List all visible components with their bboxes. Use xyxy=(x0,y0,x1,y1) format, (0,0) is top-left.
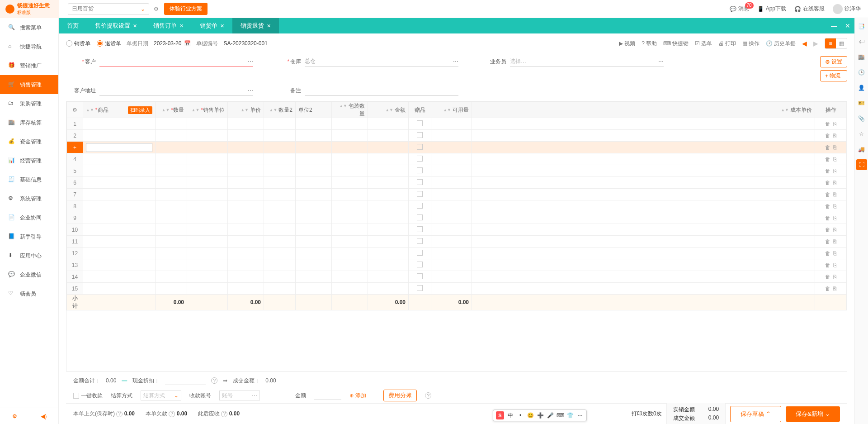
rail-icon[interactable]: 📎 xyxy=(856,113,867,124)
copy-icon[interactable]: ⎘ xyxy=(833,156,836,162)
messages-link[interactable]: 💬 消息 70 xyxy=(730,5,749,13)
sidebar-item[interactable]: ⬇应用中心 xyxy=(0,246,58,265)
table-row[interactable]: 13 🗑⎘ xyxy=(67,259,847,271)
table-row[interactable]: 4 🗑⎘ xyxy=(67,153,847,165)
sidebar-collapse-button[interactable]: ◀) xyxy=(29,408,59,424)
delete-icon[interactable]: 🗑 xyxy=(825,215,830,221)
product-cell-input[interactable] xyxy=(86,143,152,152)
settings-button[interactable]: ⚙设置 xyxy=(820,56,847,67)
date-value[interactable]: 2023-03-20 xyxy=(154,40,181,47)
delete-icon[interactable]: 🗑 xyxy=(825,262,830,268)
ime-icon[interactable]: ➕ xyxy=(537,412,544,419)
radio-sales-order[interactable]: 销货单 xyxy=(66,40,90,48)
rail-icon[interactable]: 🏷 xyxy=(856,36,867,47)
sidebar-item[interactable]: 🏬库存核算 xyxy=(0,113,58,132)
amount-input[interactable] xyxy=(314,391,341,400)
tab[interactable]: 销货退货✕ xyxy=(232,18,279,33)
gift-checkbox[interactable] xyxy=(417,238,423,244)
add-link[interactable]: ⊕ 添加 xyxy=(349,392,366,400)
table-row[interactable]: 12 🗑⎘ xyxy=(67,248,847,259)
rail-icon[interactable]: 📑 xyxy=(856,21,867,32)
delete-icon[interactable]: 🗑 xyxy=(825,144,830,151)
copy-icon[interactable]: ⎘ xyxy=(833,144,836,151)
ime-icon[interactable]: 👕 xyxy=(566,412,574,419)
gift-checkbox[interactable] xyxy=(417,203,423,209)
table-row[interactable]: 14 🗑⎘ xyxy=(67,271,847,283)
sidebar-item[interactable]: 📄企业协同 xyxy=(0,208,58,227)
fee-allocation-button[interactable]: 费用分摊 xyxy=(383,390,417,401)
gift-checkbox[interactable] xyxy=(417,179,423,185)
gift-checkbox[interactable] xyxy=(417,262,423,267)
table-row[interactable]: 15 🗑⎘ xyxy=(67,283,847,295)
print-link[interactable]: 🖨打印 xyxy=(718,40,736,48)
table-row[interactable]: 8 🗑⎘ xyxy=(67,200,847,212)
rail-icon[interactable]: ⛶ xyxy=(856,159,867,170)
delete-icon[interactable]: 🗑 xyxy=(825,238,830,245)
close-icon[interactable]: ✕ xyxy=(133,23,137,29)
category-select[interactable]: 日用百货 ⌄ xyxy=(68,3,149,15)
copy-icon[interactable]: ⎘ xyxy=(833,215,836,221)
sidebar-item[interactable]: 🛒销售管理 xyxy=(0,75,58,94)
sidebar-gear-button[interactable]: ⚙ xyxy=(0,408,29,424)
app-download-link[interactable]: 📱 App下载 xyxy=(757,5,786,13)
ime-icon[interactable]: ⌨ xyxy=(557,412,564,419)
remark-input[interactable] xyxy=(305,85,458,96)
more-icon[interactable]: ⋯ xyxy=(658,58,664,65)
gift-checkbox[interactable] xyxy=(417,273,423,279)
rail-icon[interactable]: 👤 xyxy=(856,82,867,93)
gift-checkbox[interactable] xyxy=(417,120,423,126)
delete-icon[interactable]: 🗑 xyxy=(825,203,830,210)
radio-return-order[interactable]: 退货单 xyxy=(97,40,121,48)
delete-icon[interactable]: 🗑 xyxy=(825,156,830,162)
address-input[interactable]: ⋯ xyxy=(99,85,253,96)
table-row[interactable]: 10 🗑⎘ xyxy=(67,224,847,236)
copy-icon[interactable]: ⎘ xyxy=(833,180,836,186)
tab[interactable]: 销货单✕ xyxy=(192,18,232,33)
table-row[interactable]: 5 🗑⎘ xyxy=(67,165,847,177)
industry-plan-button[interactable]: 体验行业方案 xyxy=(164,3,208,15)
delete-icon[interactable]: 🗑 xyxy=(825,250,830,257)
gift-checkbox[interactable] xyxy=(417,156,423,162)
more-icon[interactable]: ⋯ xyxy=(248,58,253,65)
view-list-button[interactable]: ≡ xyxy=(825,38,836,48)
more-icon[interactable]: ⋯ xyxy=(453,58,458,65)
rail-icon[interactable]: 🏬 xyxy=(856,52,867,62)
customer-input[interactable]: ⋯ xyxy=(99,56,253,67)
sidebar-item[interactable]: 🧾基础信息 xyxy=(0,170,58,189)
account-select[interactable]: 账号⋯ xyxy=(219,391,260,400)
close-icon[interactable]: ✕ xyxy=(179,23,184,29)
sidebar-item[interactable]: 🎁营销推广 xyxy=(0,56,58,75)
gift-checkbox[interactable] xyxy=(417,191,423,197)
copy-icon[interactable]: ⎘ xyxy=(833,168,836,174)
select-link[interactable]: ☑选单 xyxy=(695,40,712,48)
copy-icon[interactable]: ⎘ xyxy=(833,203,836,210)
prev-doc-button[interactable]: ◀ xyxy=(802,40,807,47)
sidebar-item[interactable]: ⌂快捷导航 xyxy=(0,37,58,56)
ime-icon[interactable]: 🎤 xyxy=(547,412,554,419)
sidebar-item[interactable]: ♡畅会员 xyxy=(0,284,58,303)
plus-icon[interactable]: + xyxy=(71,144,79,151)
table-row[interactable]: + 🗑⎘ xyxy=(67,142,847,153)
gift-checkbox[interactable] xyxy=(417,285,423,291)
rail-icon[interactable]: ☆ xyxy=(856,129,867,139)
history-link[interactable]: 🕑历史单据 xyxy=(766,40,796,48)
view-card-button[interactable]: ▦ xyxy=(836,38,847,48)
rail-icon[interactable]: 🕒 xyxy=(856,67,867,78)
help-icon[interactable]: ? xyxy=(221,411,227,417)
gear-icon[interactable]: ⚙ xyxy=(72,107,77,113)
table-row[interactable]: 7 🗑⎘ xyxy=(67,189,847,200)
sidebar-item[interactable]: 💬企业微信 xyxy=(0,265,58,284)
video-link[interactable]: ▶视频 xyxy=(619,40,635,48)
next-doc-button[interactable]: ▶ xyxy=(813,40,818,47)
gift-checkbox[interactable] xyxy=(417,226,423,232)
delete-icon[interactable]: 🗑 xyxy=(825,286,830,292)
close-icon[interactable]: ✕ xyxy=(267,23,271,29)
scan-button[interactable]: 扫码录入 xyxy=(128,106,152,114)
sidebar-item[interactable]: ⚙系统管理 xyxy=(0,189,58,208)
logistics-button[interactable]: +物流 xyxy=(820,70,847,81)
settings-icon[interactable]: ⚙ xyxy=(154,6,159,12)
copy-icon[interactable]: ⎘ xyxy=(833,238,836,245)
one-click-checkbox[interactable]: 一键收款 xyxy=(73,392,103,400)
delete-icon[interactable]: 🗑 xyxy=(825,180,830,186)
calendar-icon[interactable]: 📅 xyxy=(184,40,191,47)
